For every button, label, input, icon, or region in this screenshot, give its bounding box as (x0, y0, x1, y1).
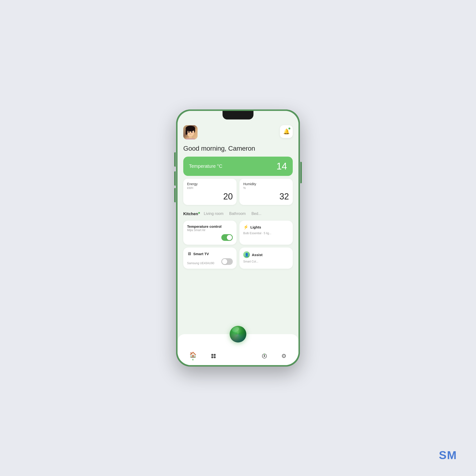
tab-bathroom[interactable]: Bathroom (229, 212, 246, 216)
svg-point-6 (189, 131, 189, 132)
tv-icon: 🖥 (187, 251, 191, 256)
siri-button[interactable] (230, 326, 246, 342)
toggle-tv[interactable] (221, 258, 233, 265)
settings-icon: ⚙ (281, 353, 287, 359)
phone-frame: 🔔 Good morning, Cameron Temperature °C 1… (176, 109, 300, 367)
screen-content: 🔔 Good morning, Cameron Temperature °C 1… (178, 111, 298, 365)
svg-point-17 (264, 355, 265, 357)
nav-bar: 🏠 (178, 349, 298, 365)
notification-button[interactable]: 🔔 (280, 125, 293, 138)
tab-bedroom[interactable]: Bed... (251, 212, 261, 216)
temperature-label: Temperature °C (189, 164, 222, 169)
tab-kitchen[interactable]: Kitchen (183, 212, 198, 216)
svg-point-9 (192, 133, 194, 134)
device-name-lights: Lights (250, 225, 261, 229)
phone-screen: 🔔 Good morning, Cameron Temperature °C 1… (178, 111, 298, 365)
device-header-tv: 🖥 Smart TV (187, 251, 233, 256)
avatar-illustration (183, 125, 198, 139)
svg-point-4 (188, 131, 190, 133)
humidity-label: Humidity (243, 182, 289, 186)
bell-icon: 🔔 (283, 129, 290, 135)
bottom-nav-area: 🏠 (178, 334, 298, 365)
devices-icon (262, 353, 267, 359)
device-sub-lights: Bulb Essential · 5 lig... (243, 232, 289, 235)
device-sub-assist: Smart Col... (243, 260, 289, 263)
temperature-value: 14 (276, 161, 287, 171)
device-info-row: Temperature control Mijia Smart Air (187, 224, 233, 232)
toggle-knob-tv (222, 259, 227, 264)
temperature-card[interactable]: Temperature °C 14 (183, 157, 293, 176)
avatar-image (183, 125, 198, 139)
device-text: Temperature control Mijia Smart Air (187, 224, 221, 232)
grid-icon (211, 353, 216, 359)
svg-point-5 (191, 131, 192, 133)
device-header-lights: ⚡ Lights (243, 224, 289, 230)
svg-rect-3 (186, 130, 187, 135)
bolt-icon: ⚡ (243, 224, 249, 230)
home-icon: 🏠 (189, 352, 197, 358)
nav-home-dot (192, 359, 193, 360)
tabs-overflow-fade (291, 208, 298, 219)
energy-label: Energy (187, 182, 233, 186)
person-icon: 👤 (243, 251, 250, 258)
devices-grid: Temperature control Mijia Smart Air ⚡ (178, 219, 298, 270)
device-sub-tv: Samsung UE43AU90 (187, 262, 214, 265)
header: 🔔 (178, 123, 298, 139)
device-card-assist[interactable]: 👤 Assist Smart Col... (239, 248, 293, 269)
device-card-lights[interactable]: ⚡ Lights Bulb Essential · 5 lig... (239, 221, 293, 245)
tab-living-room[interactable]: Living room (204, 212, 223, 216)
svg-point-7 (192, 131, 192, 132)
room-tabs: Kitchen Living room Bathroom Bed... (178, 208, 298, 219)
device-card-tv[interactable]: 🖥 Smart TV Samsung UE43AU90 (183, 248, 237, 269)
notification-dot (289, 128, 290, 130)
svg-rect-13 (214, 354, 216, 356)
energy-card[interactable]: Energy kWH 20 (183, 179, 237, 205)
energy-unit: kWH (187, 186, 233, 190)
toggle-temp-control[interactable] (221, 234, 233, 241)
nav-settings[interactable]: ⚙ (281, 353, 287, 359)
svg-rect-12 (211, 354, 213, 356)
svg-rect-11 (186, 138, 195, 139)
avatar[interactable] (183, 125, 198, 139)
svg-point-18 (264, 354, 265, 355)
room-tabs-wrapper: Kitchen Living room Bathroom Bed... (178, 208, 298, 219)
humidity-card[interactable]: Humidity % 32 (239, 179, 293, 205)
toggle-knob-temp (227, 235, 232, 240)
svg-rect-14 (211, 356, 213, 358)
nav-home[interactable]: 🏠 (189, 352, 197, 360)
svg-rect-15 (214, 356, 216, 358)
svg-point-8 (187, 133, 189, 134)
device-name-assist: Assist (252, 253, 262, 257)
tv-info-row: Samsung UE43AU90 (187, 258, 233, 265)
device-name-tv: Smart TV (193, 252, 209, 256)
nav-grid[interactable] (211, 353, 216, 359)
device-name-temp: Temperature control (187, 224, 221, 228)
siri-ball-gradient (230, 326, 246, 342)
humidity-value: 32 (243, 192, 289, 202)
energy-value: 20 (187, 192, 233, 202)
stats-row: Energy kWH 20 Humidity % 32 (178, 176, 298, 208)
watermark: SM (439, 449, 457, 462)
device-header-assist: 👤 Assist (243, 251, 289, 258)
device-sub-temp: Mijia Smart Air (187, 228, 221, 232)
device-card-temp-control[interactable]: Temperature control Mijia Smart Air (183, 221, 237, 245)
humidity-unit: % (243, 186, 289, 190)
toggle-row-temp (187, 234, 233, 241)
nav-devices[interactable] (262, 353, 267, 359)
dynamic-island (222, 111, 254, 119)
greeting-text: Good morning, Cameron (178, 139, 298, 157)
